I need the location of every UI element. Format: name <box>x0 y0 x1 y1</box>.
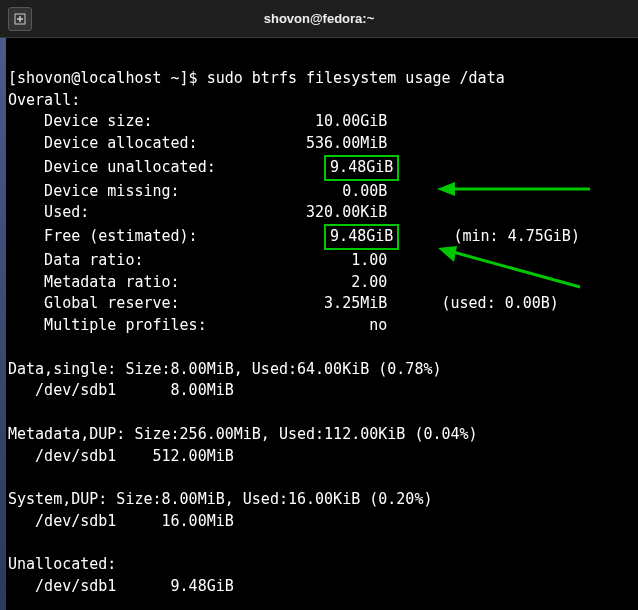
window-title: shovon@fedora:~ <box>32 11 606 26</box>
section-header: Metadata,DUP: Size:256.00MiB, Used:112.0… <box>8 425 478 443</box>
stat-label: Multiple profiles: <box>8 316 207 334</box>
stat-value: 2.00 <box>351 273 387 291</box>
stat-value: 320.00KiB <box>306 203 387 221</box>
stat-value: no <box>369 316 387 334</box>
highlighted-value: 9.48GiB <box>324 224 399 250</box>
stat-label: Device allocated: <box>8 134 198 152</box>
shell-prompt: [shovon@localhost ~]$ <box>8 69 207 87</box>
stat-label: Device missing: <box>8 182 180 200</box>
terminal-output: [shovon@localhost ~]$ sudo btrfs filesys… <box>8 68 630 610</box>
overall-header: Overall: <box>8 91 80 109</box>
stat-label: Used: <box>8 203 89 221</box>
stat-label: Global reserve: <box>8 294 180 312</box>
stat-value: 1.00 <box>351 251 387 269</box>
terminal-area[interactable]: [shovon@localhost ~]$ sudo btrfs filesys… <box>0 38 638 610</box>
stat-label: Free (estimated): <box>8 227 198 245</box>
desktop-background-edge <box>0 38 6 610</box>
stat-value: 536.00MiB <box>306 134 387 152</box>
stat-extra: (used: 0.00B) <box>442 294 559 312</box>
stat-value: 0.00B <box>342 182 387 200</box>
section-line: /dev/sdb1 512.00MiB <box>8 447 234 465</box>
stat-label: Data ratio: <box>8 251 143 269</box>
section-line: /dev/sdb1 16.00MiB <box>8 512 234 530</box>
stat-value: 3.25MiB <box>324 294 387 312</box>
section-line: /dev/sdb1 9.48GiB <box>8 577 234 595</box>
section-header: Unallocated: <box>8 555 116 573</box>
section-header: System,DUP: Size:8.00MiB, Used:16.00KiB … <box>8 490 432 508</box>
new-tab-icon[interactable] <box>8 7 32 31</box>
section-header: Data,single: Size:8.00MiB, Used:64.00KiB… <box>8 360 441 378</box>
stat-label: Device unallocated: <box>8 158 216 176</box>
highlighted-value: 9.48GiB <box>324 155 399 181</box>
stat-label: Device size: <box>8 112 153 130</box>
window-titlebar: shovon@fedora:~ <box>0 0 638 38</box>
command-text: sudo btrfs filesystem usage /data <box>207 69 505 87</box>
stat-extra: (min: 4.75GiB) <box>454 227 580 245</box>
stat-label: Metadata ratio: <box>8 273 180 291</box>
section-line: /dev/sdb1 8.00MiB <box>8 381 234 399</box>
stat-value: 10.00GiB <box>315 112 387 130</box>
